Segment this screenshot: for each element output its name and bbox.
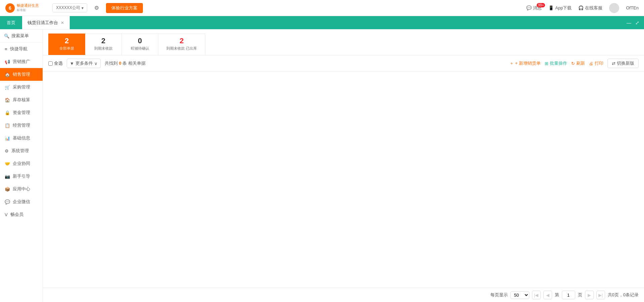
sidebar-item-apps[interactable]: 📦 应用中心 [0,183,43,195]
system-label: 系统管理 [11,148,29,154]
search-label: 搜索菜单 [11,33,29,39]
filter-button[interactable]: ▼ 更多条件 ∨ [67,59,101,68]
trial-button[interactable]: 体验行业方案 [106,3,143,13]
online-service-button[interactable]: 🎧 在线客服 [578,5,602,11]
sidebar-item-inventory[interactable]: 🏠 库存核算 [0,94,43,106]
nav-label: 快捷导航 [10,46,28,52]
message-badge: 99 [537,3,545,7]
settings-button[interactable]: ⚙ [91,3,102,13]
stat-tab-1[interactable]: 2到期未收款 [85,34,122,55]
sidebar-item-capital[interactable]: 🔒 资金管理 [0,106,43,119]
sidebar: 🔍 搜索菜单 ≡ 快捷导航 📢 营销推广 🏠 销售管理 🛒 采购管理 🏠 库存核… [0,29,43,302]
avatar[interactable] [609,3,619,13]
page-suffix: 页 [578,292,582,298]
tab-home[interactable]: 首页 [0,16,22,29]
toolbar-right: ＋ + 新增销货单 ⊞ 批量操作 ↻ 刷新 🖨 打印 [509,59,639,68]
nav-icon: ≡ [5,47,7,52]
tab-maximize-icon[interactable]: ⤢ [635,19,640,26]
stats-tabs: 2全部单据2到期未收款0旺辅待确认2到期未收款 已出库 [43,29,644,55]
logo-badge: 标准版 [17,8,39,12]
wechat-label: 企业微信 [13,199,30,205]
sidebar-item-enterprise[interactable]: 🤝 企业协同 [0,157,43,170]
dropdown-arrow-icon: ▾ [82,6,84,10]
logo-area: 6 畅捷通好生意 标准版 [5,3,48,13]
sidebar-item-operation[interactable]: 📋 经营管理 [0,119,43,132]
sidebar-item-member[interactable]: V 畅会员 [0,208,43,221]
sidebar-item-sales[interactable]: 🏠 销售管理 [0,68,43,81]
operation-icon: 📋 [5,123,10,128]
toolbar-left: 全选 ▼ 更多条件 ∨ 共找到 0 条 相关单据 [48,59,505,68]
first-page-button[interactable]: |◀ [532,291,541,299]
company-selector[interactable]: XXXXXX公司 ▾ [52,3,87,12]
sidebar-item-wechat[interactable]: 💬 企业微信 [0,195,43,208]
guide-label: 新手引导 [13,173,30,179]
refresh-button[interactable]: ↻ 刷新 [571,60,585,66]
promo-icon: 📢 [5,59,10,64]
total-label: 共0页，0条记录 [608,292,639,298]
content-inner: 2全部单据2到期未收款0旺辅待确认2到期未收款 已出库 全选 ▼ 更多条件 ∨ … [43,29,644,302]
batch-icon: ⊞ [545,61,548,66]
basic-label: 基础信息 [13,135,30,141]
purchase-label: 采购管理 [13,84,30,90]
wechat-icon: 💬 [5,199,10,204]
select-all-label: 全选 [54,60,63,66]
page-input[interactable] [562,291,575,299]
inventory-label: 库存核算 [13,97,30,103]
sidebar-search[interactable]: 🔍 搜索菜单 [0,29,43,43]
stat-label-0: 全部单据 [59,46,74,51]
found-count: 0 [119,61,121,66]
operation-label: 经营管理 [13,122,30,128]
logo-icon: 6 [5,3,15,13]
sidebar-item-nav[interactable]: ≡ 快捷导航 [0,43,43,55]
tab-label: 钱货日清工作台 [28,20,58,26]
tab-active[interactable]: 钱货日清工作台 ✕ [22,16,70,29]
table-area [43,72,644,288]
sidebar-item-guide[interactable]: 📷 新手引导 [0,170,43,183]
message-icon: 💬 [526,5,532,10]
found-text: 共找到 0 条 相关单据 [105,60,146,66]
user-name: OfTEn [626,5,639,10]
select-all-checkbox[interactable]: 全选 [48,60,63,66]
sidebar-item-promo[interactable]: 📢 营销推广 [0,55,43,68]
switch-icon: ⇄ [612,61,615,66]
stat-tab-2[interactable]: 0旺辅待确认 [121,34,158,55]
search-icon: 🔍 [4,34,9,39]
switch-version-button[interactable]: ⇄ 切换新版 [607,59,639,68]
next-page-button[interactable]: ▶ [585,291,594,299]
capital-label: 资金管理 [13,110,30,116]
stat-num-2: 0 [138,37,142,45]
print-button[interactable]: 🖨 打印 [589,60,603,66]
guide-icon: 📷 [5,174,10,179]
tab-bar: 首页 钱货日清工作台 ✕ — ⤢ [0,16,644,29]
member-icon: V [5,212,8,217]
sidebar-item-purchase[interactable]: 🛒 采购管理 [0,81,43,94]
system-icon: ⚙ [5,148,9,154]
stat-num-1: 2 [101,37,105,45]
stat-tab-0[interactable]: 2全部单据 [48,34,85,55]
stat-label-3: 到期未收款 已出库 [166,46,197,51]
refresh-icon: ↻ [571,61,575,66]
pagination: 每页显示 102050100 |◀ ◀ 第 页 ▶ ▶| 共0页，0条记录 [43,288,644,302]
last-page-button[interactable]: ▶| [596,291,605,299]
select-all-input[interactable] [48,61,53,66]
per-page-select[interactable]: 102050100 [511,291,529,299]
stat-tab-3[interactable]: 2到期未收款 已出库 [158,34,205,55]
sales-label: 销售管理 [13,71,30,77]
app-download-button[interactable]: 📱 App下载 [548,5,572,11]
purchase-icon: 🛒 [5,85,10,90]
batch-button[interactable]: ⊞ 批量操作 [545,60,567,66]
empty-state [43,72,644,288]
apps-label: 应用中心 [13,186,30,192]
messages-button[interactable]: 💬 消息 99 [526,5,542,11]
stat-label-2: 旺辅待确认 [131,46,149,51]
sidebar-item-system[interactable]: ⚙ 系统管理 [0,144,43,157]
enterprise-icon: 🤝 [5,161,10,166]
tab-close-icon[interactable]: ✕ [61,20,64,25]
sidebar-item-basic[interactable]: 📊 基础信息 [0,132,43,144]
tab-bar-actions: — ⤢ [626,19,644,26]
main-layout: 🔍 搜索菜单 ≡ 快捷导航 📢 营销推广 🏠 销售管理 🛒 采购管理 🏠 库存核… [0,29,644,302]
add-order-button[interactable]: ＋ + 新增销货单 [509,60,541,66]
tab-minimize-icon[interactable]: — [626,19,632,26]
prev-page-button[interactable]: ◀ [543,291,552,299]
toolbar: 全选 ▼ 更多条件 ∨ 共找到 0 条 相关单据 [43,55,644,72]
